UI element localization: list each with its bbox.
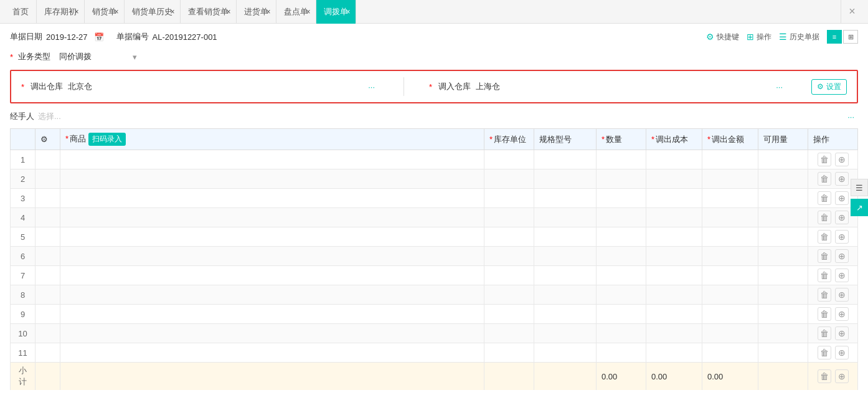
row-unit-8[interactable] [484, 305, 534, 324]
float-expand-icon[interactable]: ↗ [851, 199, 868, 216]
row-product-7[interactable] [60, 285, 484, 305]
row-spec-9[interactable] [534, 324, 597, 343]
tab-sales-order[interactable]: 销货单 × [85, 0, 125, 24]
row-copy-2[interactable]: ⊕ [835, 191, 849, 205]
row-qty-0[interactable] [597, 150, 646, 169]
view-grid-button[interactable]: ⊞ [843, 30, 858, 44]
row-unit-6[interactable] [484, 266, 534, 285]
row-spec-1[interactable] [534, 169, 597, 189]
row-cost-4[interactable] [646, 227, 702, 247]
row-qty-10[interactable] [597, 343, 646, 363]
main-close-button[interactable]: × [841, 0, 863, 24]
row-copy-4[interactable]: ⊕ [835, 230, 849, 244]
row-copy-10[interactable]: ⊕ [835, 346, 849, 359]
biz-dropdown-arrow[interactable]: ▾ [133, 52, 137, 62]
row-spec-7[interactable] [534, 285, 597, 305]
row-spec-3[interactable] [534, 208, 597, 227]
row-avail-10[interactable] [758, 343, 808, 363]
row-qty-7[interactable] [597, 285, 646, 305]
row-amount-8[interactable] [702, 305, 758, 324]
row-spec-8[interactable] [534, 305, 597, 324]
row-amount-0[interactable] [702, 150, 758, 169]
tab-sales-history[interactable]: 销货单历史 × [125, 0, 181, 24]
row-amount-7[interactable] [702, 285, 758, 305]
row-delete-7[interactable]: 🗑 [818, 288, 831, 302]
tab-inventory-init[interactable]: 库存期初 × [37, 0, 85, 24]
row-unit-3[interactable] [484, 208, 534, 227]
close-tab-purchase[interactable]: × [263, 7, 273, 17]
calendar-icon[interactable]: 📅 [94, 32, 104, 42]
row-amount-9[interactable] [702, 324, 758, 343]
row-qty-6[interactable] [597, 266, 646, 285]
row-copy-7[interactable]: ⊕ [835, 288, 849, 302]
row-spec-5[interactable] [534, 247, 597, 266]
close-tab-inventory-init[interactable]: × [72, 7, 82, 17]
row-amount-6[interactable] [702, 266, 758, 285]
row-avail-7[interactable] [758, 285, 808, 305]
row-avail-9[interactable] [758, 324, 808, 343]
row-delete-9[interactable]: 🗑 [818, 326, 831, 340]
row-delete-1[interactable]: 🗑 [818, 172, 831, 186]
row-unit-4[interactable] [484, 227, 534, 247]
row-copy-3[interactable]: ⊕ [835, 211, 849, 224]
row-amount-2[interactable] [702, 189, 758, 208]
row-qty-9[interactable] [597, 324, 646, 343]
in-warehouse-more-button[interactable]: ··· [772, 82, 786, 92]
row-cost-5[interactable] [646, 247, 702, 266]
row-copy-9[interactable]: ⊕ [835, 326, 849, 340]
row-avail-4[interactable] [758, 227, 808, 247]
row-cost-10[interactable] [646, 343, 702, 363]
view-list-button[interactable]: ≡ [827, 30, 842, 44]
row-amount-1[interactable] [702, 169, 758, 189]
row-amount-10[interactable] [702, 343, 758, 363]
row-amount-4[interactable] [702, 227, 758, 247]
row-avail-0[interactable] [758, 150, 808, 169]
row-avail-2[interactable] [758, 189, 808, 208]
row-copy-8[interactable]: ⊕ [835, 307, 849, 321]
row-delete-8[interactable]: 🗑 [818, 307, 831, 321]
row-avail-1[interactable] [758, 169, 808, 189]
row-avail-3[interactable] [758, 208, 808, 227]
ops-button[interactable]: ⊞ 操作 [747, 32, 771, 42]
row-unit-0[interactable] [484, 150, 534, 169]
scan-button[interactable]: 扫码录入 [88, 133, 126, 146]
row-cost-6[interactable] [646, 266, 702, 285]
close-tab-sales[interactable]: × [111, 7, 121, 17]
row-cost-9[interactable] [646, 324, 702, 343]
row-product-6[interactable] [60, 266, 484, 285]
tab-transfer[interactable]: 调拨单 × [316, 0, 356, 24]
row-qty-3[interactable] [597, 208, 646, 227]
row-qty-2[interactable] [597, 189, 646, 208]
row-product-8[interactable] [60, 305, 484, 324]
row-spec-10[interactable] [534, 343, 597, 363]
row-delete-2[interactable]: 🗑 [818, 191, 831, 205]
row-cost-1[interactable] [646, 169, 702, 189]
row-delete-5[interactable]: 🗑 [818, 249, 831, 263]
tab-view-sales[interactable]: 查看销货单 × [181, 0, 237, 24]
row-cost-2[interactable] [646, 189, 702, 208]
row-product-4[interactable] [60, 227, 484, 247]
row-product-9[interactable] [60, 324, 484, 343]
person-more-button[interactable]: ··· [844, 112, 858, 121]
float-list-icon[interactable]: ☰ [851, 179, 868, 196]
row-unit-9[interactable] [484, 324, 534, 343]
tab-stocktake[interactable]: 盘点单 × [276, 0, 316, 24]
row-unit-5[interactable] [484, 247, 534, 266]
row-spec-6[interactable] [534, 266, 597, 285]
row-product-3[interactable] [60, 208, 484, 227]
row-avail-5[interactable] [758, 247, 808, 266]
row-cost-8[interactable] [646, 305, 702, 324]
tab-home[interactable]: 首页 [5, 0, 37, 24]
row-amount-5[interactable] [702, 247, 758, 266]
row-qty-1[interactable] [597, 169, 646, 189]
row-cost-3[interactable] [646, 208, 702, 227]
row-spec-4[interactable] [534, 227, 597, 247]
row-delete-0[interactable]: 🗑 [818, 153, 831, 166]
row-copy-5[interactable]: ⊕ [835, 249, 849, 263]
row-copy-0[interactable]: ⊕ [835, 153, 849, 166]
row-delete-3[interactable]: 🗑 [818, 211, 831, 224]
row-unit-2[interactable] [484, 189, 534, 208]
row-qty-4[interactable] [597, 227, 646, 247]
row-copy-6[interactable]: ⊕ [835, 269, 849, 282]
close-tab-view-sales[interactable]: × [224, 7, 234, 17]
